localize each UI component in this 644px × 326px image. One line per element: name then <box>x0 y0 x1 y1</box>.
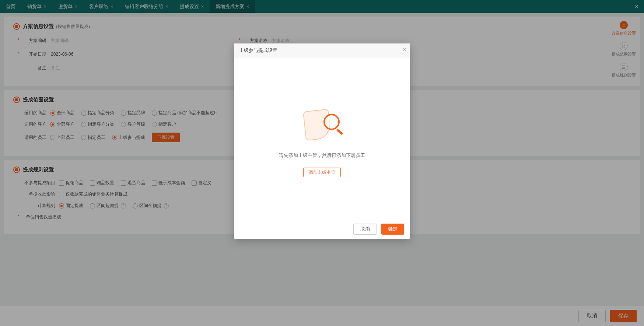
modal-close-icon[interactable]: × <box>403 46 406 53</box>
modal-body: 请先添加上级主管，然后再添加下属员工 添加上级主管 <box>234 57 410 219</box>
modal-superior-settings: 上级参与提成设置 × 请先添加上级主管，然后再添加下属员工 添加上级主管 取消 … <box>234 43 410 239</box>
empty-illustration <box>300 103 344 143</box>
modal-hint: 请先添加上级主管，然后再添加下属员工 <box>279 152 365 159</box>
modal-cancel-button[interactable]: 取消 <box>353 224 377 235</box>
modal-overlay: 上级参与提成设置 × 请先添加上级主管，然后再添加下属员工 添加上级主管 取消 … <box>0 0 644 326</box>
modal-header: 上级参与提成设置 × <box>234 43 410 57</box>
add-supervisor-button[interactable]: 添加上级主管 <box>303 168 341 177</box>
modal-footer: 取消 确定 <box>234 219 410 239</box>
modal-title: 上级参与提成设置 <box>239 47 277 54</box>
modal-confirm-button[interactable]: 确定 <box>381 224 404 235</box>
